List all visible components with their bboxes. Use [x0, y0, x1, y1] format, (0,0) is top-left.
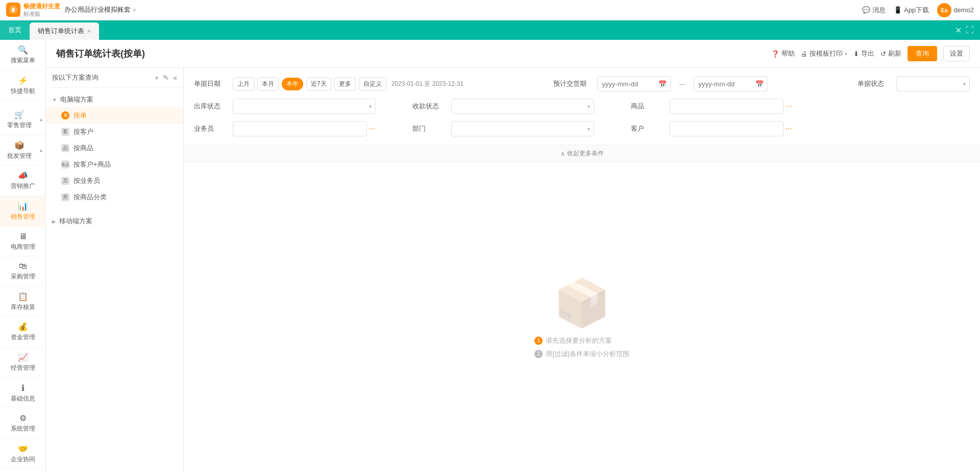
payment-status-wrap: ▾	[451, 99, 594, 114]
basic-icon: ℹ	[21, 383, 24, 393]
sidebar-item-system[interactable]: ⚙ 系统管理	[0, 408, 45, 439]
collapse-panel-button[interactable]: «	[173, 74, 177, 82]
add-scheme-button[interactable]: +	[155, 74, 159, 82]
query-button[interactable]: 查询	[908, 46, 937, 61]
salesperson-more-icon[interactable]: ···	[369, 124, 376, 133]
empty-state: 📦 1 请先选择要分析的方案 2 用[过滤]条件来缩小分析范围	[184, 162, 980, 472]
date-btn-more[interactable]: 更多	[334, 78, 356, 90]
empty-tips: 1 请先选择要分析的方案 2 用[过滤]条件来缩小分析范围	[534, 336, 629, 359]
template-print-button[interactable]: 🖨 按模板打印 ▾	[801, 49, 847, 58]
goods-label: 商品	[631, 102, 662, 111]
tab-home[interactable]: 首页	[0, 20, 30, 40]
date-btn-prev-month[interactable]: 上月	[233, 78, 254, 90]
empty-tip-2: 2 用[过滤]条件来缩小分析范围	[534, 349, 629, 359]
sidebar-item-newbie[interactable]: 🎯 新手引导	[0, 469, 45, 472]
filter-row-1: 单据日期 上月 本月 本年 近7天 更多 自定义 2023-01-01 至 20…	[194, 76, 970, 91]
window-maximize-button[interactable]: ⛶	[966, 26, 974, 35]
page-header-actions: ❓ 帮助 🖨 按模板打印 ▾ ⬇ 导出 ↺ 刷新 查询 设置	[771, 46, 970, 67]
goods-input[interactable]	[670, 99, 783, 114]
breadcrumb[interactable]: 办公用品行业模拟账套 ▾	[64, 5, 136, 14]
expected-date-label: 预计交货期	[553, 79, 589, 88]
message-icon: 💬	[862, 6, 870, 14]
by-customer-icon: 客	[61, 128, 69, 136]
tab-close-button[interactable]: ×	[87, 28, 91, 35]
tree-child-by-goods[interactable]: 品 按商品	[46, 140, 183, 156]
logo-icon	[6, 3, 20, 17]
tree-parent-toggle-icon: ▼	[52, 97, 57, 103]
sidebar-item-operations[interactable]: 📈 经营管理	[0, 347, 45, 378]
sidebar-item-quick-nav[interactable]: ⚡ 快捷导航	[0, 70, 45, 101]
print-dropdown-icon: ▾	[845, 51, 847, 57]
app-download-button[interactable]: 📱 App下载	[894, 6, 929, 15]
expected-date-end-calendar-icon[interactable]: 📅	[755, 80, 764, 88]
user-menu[interactable]: Ea demo2	[937, 3, 974, 17]
tree-child-by-customer-goods[interactable]: 客品 按客户+商品	[46, 156, 183, 173]
tree-section-mobile: ▶ 移动端方案	[46, 209, 183, 233]
date-btn-this-year[interactable]: 本年	[282, 78, 303, 90]
app-icon: 📱	[894, 6, 902, 14]
customer-input-wrap: ···	[670, 121, 792, 136]
sidebar-item-ecommerce[interactable]: 🖥 电商管理	[0, 227, 45, 257]
tree-parent-mobile[interactable]: ▶ 移动端方案	[46, 214, 183, 229]
by-goods-icon: 品	[61, 144, 69, 152]
settings-button[interactable]: 设置	[943, 46, 970, 61]
expected-date-start-calendar-icon[interactable]: 📅	[658, 80, 667, 88]
date-btn-custom[interactable]: 自定义	[359, 78, 386, 90]
department-select[interactable]	[451, 121, 594, 136]
retail-icon: 🛒	[14, 110, 24, 120]
tree-parent-pc[interactable]: ▼ 电脑端方案	[46, 92, 183, 107]
tip-num-2: 2	[534, 350, 543, 358]
salesperson-label: 业务员	[194, 124, 225, 133]
refresh-button[interactable]: ↺ 刷新	[880, 49, 901, 58]
date-btn-last7[interactable]: 近7天	[306, 78, 331, 90]
tree-child-by-order[interactable]: 单 按单	[46, 107, 183, 124]
marketing-icon: 📣	[18, 171, 28, 180]
window-minimize-button[interactable]: ✕	[955, 26, 962, 35]
export-button[interactable]: ⬇ 导出	[853, 49, 874, 58]
date-button-group: 上月 本月 本年 近7天 更多 自定义 2023-01-01 至 2023-12…	[233, 78, 463, 90]
message-button[interactable]: 💬 消息	[862, 6, 886, 15]
mobile-section-label: 移动端方案	[59, 217, 92, 226]
sidebar-item-retail[interactable]: 🛒 零售管理 ▲	[0, 105, 45, 135]
page-title: 销售订单统计表(按单)	[56, 48, 145, 66]
tab-sales-stats[interactable]: 销售订单统计表 ×	[30, 22, 99, 40]
help-button[interactable]: ❓ 帮助	[771, 49, 795, 58]
shipment-status-wrap: ▾	[233, 99, 376, 114]
sidebar-item-finance[interactable]: 💰 资金管理	[0, 317, 45, 347]
sidebar-item-inventory[interactable]: 📋 库存核算	[0, 287, 45, 317]
edit-scheme-button[interactable]: ✎	[163, 74, 169, 82]
content-area: 销售订单统计表(按单) ❓ 帮助 🖨 按模板打印 ▾ ⬇ 导出 ↺ 刷新	[46, 40, 980, 472]
goods-more-icon[interactable]: ···	[786, 102, 792, 111]
main-layout: 🔍 搜索菜单 ⚡ 快捷导航 🛒 零售管理 ▲ 📦 批发管理 ▲ 📣 营销推广	[0, 40, 980, 472]
logo-text: 畅捷通好生意 标准版	[23, 3, 60, 18]
customer-input[interactable]	[670, 121, 783, 136]
sales-icon: 📊	[18, 201, 28, 211]
sidebar-item-purchase[interactable]: 🛍 采购管理	[0, 256, 45, 287]
shipment-status-select[interactable]	[233, 99, 376, 114]
sidebar-item-marketing[interactable]: 📣 营销推广	[0, 166, 45, 196]
payment-status-select[interactable]	[451, 99, 594, 114]
date-dash: —	[679, 80, 685, 88]
customer-label: 客户	[631, 124, 662, 133]
collapse-label: 收起更多条件	[567, 149, 604, 158]
tree-child-by-customer[interactable]: 客 按客户	[46, 124, 183, 140]
customer-more-icon[interactable]: ···	[786, 124, 792, 133]
sidebar-item-cooperation[interactable]: 🤝 企业协同	[0, 439, 45, 469]
header-right: 💬 消息 📱 App下载 Ea demo2	[862, 3, 974, 17]
finance-icon: 💰	[18, 322, 28, 332]
sidebar-item-wholesale[interactable]: 📦 批发管理 ▲	[0, 135, 45, 166]
tree-child-by-salesperson[interactable]: 员 按业务员	[46, 173, 183, 189]
expected-date-end-wrap: 📅	[694, 76, 767, 91]
salesperson-input[interactable]	[233, 121, 367, 136]
sidebar-item-basic[interactable]: ℹ 基础信息	[0, 378, 45, 409]
filter-row-2: 出库状态 ▾ 收款状态 ▾	[194, 99, 970, 114]
sidebar-item-sales[interactable]: 📊 销售管理	[0, 196, 45, 227]
empty-illustration: 📦	[553, 276, 610, 330]
doc-status-select[interactable]	[896, 76, 970, 91]
date-btn-this-month[interactable]: 本月	[257, 78, 279, 90]
retail-arrow-icon: ▲	[39, 117, 43, 122]
tree-child-by-category[interactable]: 类 按商品分类	[46, 189, 183, 205]
cooperation-icon: 🤝	[18, 444, 28, 454]
sidebar-item-search[interactable]: 🔍 搜索菜单	[0, 40, 45, 70]
collapse-bar[interactable]: ∧ 收起更多条件	[184, 145, 980, 162]
